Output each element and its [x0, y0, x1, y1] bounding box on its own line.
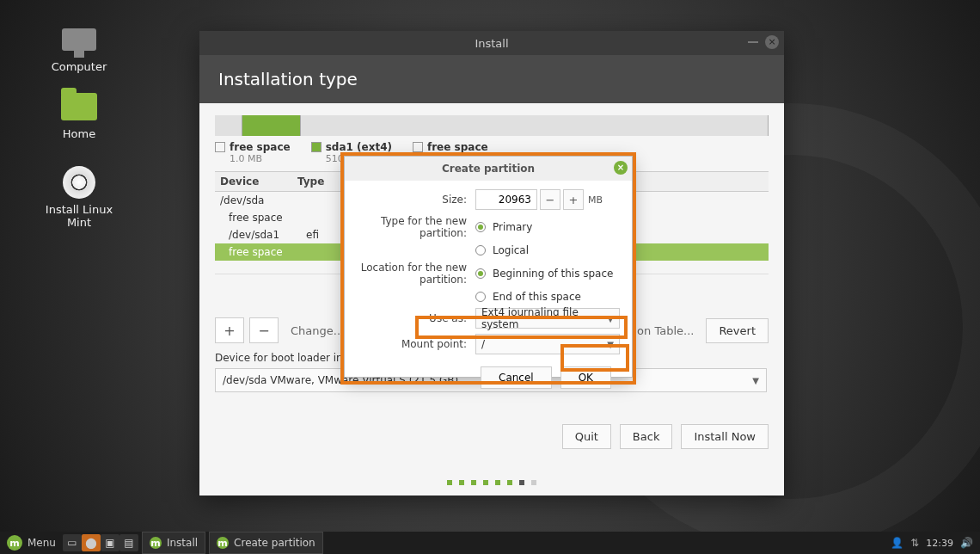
create-partition-dialog: Create partition × Size: − + MB Type for…	[344, 156, 633, 378]
mint-logo-icon: m	[217, 537, 229, 549]
desktop-icon-label: Install Linux Mint	[36, 203, 122, 229]
back-button[interactable]: Back	[620, 424, 673, 449]
use-as-select[interactable]: Ext4 journaling file system▼	[475, 308, 620, 329]
computer-icon	[62, 28, 96, 51]
clock[interactable]: 12:39	[926, 538, 953, 549]
radio-primary[interactable]	[475, 222, 486, 232]
folder-icon	[61, 93, 97, 120]
radio-beginning[interactable]	[475, 268, 486, 279]
titlebar[interactable]: Install ×	[199, 31, 784, 55]
mint-logo-icon: m	[150, 537, 162, 549]
progress-dots	[199, 480, 784, 485]
square-icon	[215, 142, 225, 152]
type-label: Type for the new partition:	[355, 215, 475, 239]
radio-logical[interactable]	[475, 245, 486, 255]
terminal-icon[interactable]: ▣	[101, 534, 119, 551]
mount-point-label: Mount point:	[355, 338, 475, 350]
menu-button[interactable]: m Menu	[0, 532, 63, 554]
ok-button[interactable]: OK	[560, 366, 611, 389]
square-icon	[311, 142, 322, 152]
close-icon[interactable]: ×	[765, 35, 779, 49]
location-label: Location for the new partition:	[355, 262, 475, 286]
size-input[interactable]	[475, 189, 537, 210]
network-icon[interactable]: ⇅	[910, 537, 919, 549]
taskbar-task[interactable]: m Install	[142, 532, 205, 554]
window-title: Install	[475, 37, 508, 50]
firefox-icon[interactable]: ⬤	[82, 534, 101, 551]
size-increment-button[interactable]: +	[563, 189, 584, 210]
page-title: Installation type	[199, 55, 784, 103]
cancel-button[interactable]: Cancel	[481, 366, 552, 389]
chevron-down-icon: ▼	[752, 376, 759, 385]
disc-icon	[63, 166, 95, 199]
disk-usage-bar	[215, 115, 769, 136]
install-now-button[interactable]: Install Now	[681, 424, 769, 449]
remove-partition-button[interactable]: −	[249, 317, 279, 343]
size-label: Size:	[355, 194, 475, 206]
desktop-icon-label: Computer	[36, 60, 122, 73]
chevron-down-icon: ▼	[607, 340, 614, 349]
minimize-icon[interactable]	[748, 41, 758, 43]
close-icon[interactable]: ×	[614, 161, 628, 175]
revert-button[interactable]: Revert	[706, 318, 769, 343]
desktop-icon-install[interactable]: Install Linux Mint	[36, 165, 122, 229]
add-partition-button[interactable]: +	[215, 317, 244, 343]
system-tray: 👤 ⇅ 12:39 🔊	[891, 537, 980, 549]
dialog-title[interactable]: Create partition ×	[345, 157, 632, 181]
quit-button[interactable]: Quit	[562, 424, 611, 449]
files-icon[interactable]: ▤	[119, 534, 138, 551]
radio-end[interactable]	[475, 292, 486, 302]
size-decrement-button[interactable]: −	[540, 189, 560, 210]
chevron-down-icon: ▼	[607, 314, 614, 323]
desktop-icon-computer[interactable]: Computer	[36, 22, 122, 73]
change-button[interactable]: Change...	[284, 319, 351, 342]
show-desktop-button[interactable]: ▭	[63, 534, 82, 551]
size-unit: MB	[588, 194, 603, 206]
mint-logo-icon: m	[7, 535, 22, 551]
desktop-icon-home[interactable]: Home	[36, 89, 122, 140]
desktop: Computer Home Install Linux Mint Install…	[0, 0, 980, 532]
desktop-icon-label: Home	[36, 127, 122, 140]
square-icon	[413, 142, 423, 152]
taskbar: m Menu ▭ ⬤ ▣ ▤ m Install m Create partit…	[0, 532, 980, 554]
user-icon[interactable]: 👤	[891, 537, 903, 549]
mount-point-select[interactable]: /▼	[475, 334, 620, 354]
taskbar-task[interactable]: m Create partition	[209, 532, 323, 554]
use-as-label: Use as:	[355, 312, 475, 324]
volume-icon[interactable]: 🔊	[960, 537, 973, 549]
